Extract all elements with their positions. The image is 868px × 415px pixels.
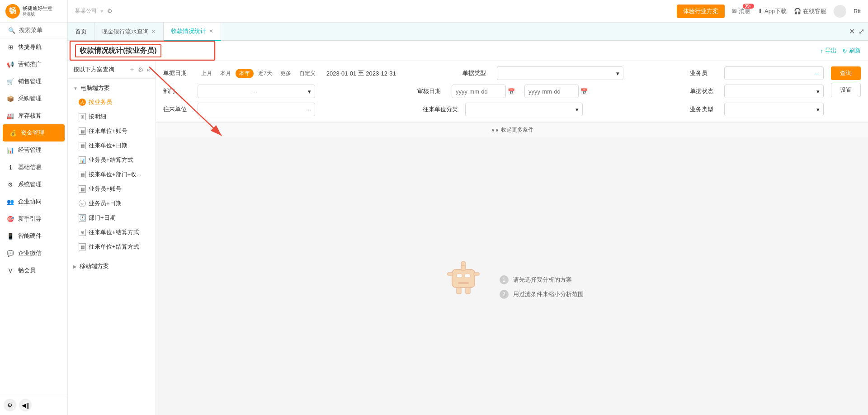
review-date-control: 📅 — 📅: [452, 85, 588, 98]
tree-header-desktop[interactable]: ▼ 电脑端方案: [68, 81, 156, 95]
grid-icon: ⊞: [6, 43, 14, 51]
trial-btn[interactable]: 体验行业方案: [677, 5, 725, 18]
gear-settings-icon[interactable]: ⚙: [107, 8, 113, 14]
partner-more-icon[interactable]: ···: [306, 106, 311, 113]
sidebar-item-system[interactable]: ⚙ 系统管理: [0, 176, 67, 193]
sidebar-item-operation[interactable]: 📊 经营管理: [0, 141, 67, 159]
doc-status-select[interactable]: ▾: [724, 85, 824, 98]
doc-type-select[interactable]: ▾: [497, 66, 623, 80]
tree-item-partner-dept[interactable]: ▦ 按来单位+部门+收...: [68, 167, 156, 182]
message-icon: ✉: [732, 8, 737, 14]
tab-receipt-stats-close[interactable]: ✕: [209, 28, 213, 34]
sidebar-item-enterprise[interactable]: 👥 企业协同: [0, 193, 67, 210]
sidebar-item-search-menu[interactable]: 🔍 搜索菜单: [0, 23, 67, 38]
collapse-sidebar-icon[interactable]: ◀‖: [19, 399, 32, 411]
sidebar-item-finance[interactable]: 💰 资金管理: [3, 124, 65, 141]
tree-item-partner-settle1[interactable]: ⊞ 往来单位+结算方式: [68, 225, 156, 240]
maximize-icon[interactable]: ⤢: [859, 27, 864, 36]
date-tab-more[interactable]: 更多: [277, 69, 295, 78]
salesman-settle-icon: 📊: [79, 156, 86, 164]
main-area: 某某公司 ▾ ⚙ 体验行业方案 ✉ 消息 99+ ⬇ App下载 🎧 在线客服 …: [68, 0, 868, 415]
sidebar-item-marketing[interactable]: 📢 营销推广: [0, 56, 67, 73]
tab-home[interactable]: 首页: [68, 23, 94, 41]
manage-scheme-icon[interactable]: ⚙: [138, 66, 144, 73]
date-tab-this-year[interactable]: 本年: [236, 69, 254, 78]
app-download-btn[interactable]: ⬇ App下载: [758, 7, 787, 15]
tab-bank-flow[interactable]: 现金银行流水查询 ✕: [94, 23, 164, 41]
partner-account-icon: ▦: [79, 127, 86, 135]
megaphone-icon: 📢: [6, 60, 14, 68]
dept-more-icon[interactable]: ···: [252, 88, 257, 95]
sidebar-item-basic-info[interactable]: ℹ 基础信息: [0, 159, 67, 176]
tree-item-salesman-account[interactable]: ▦ 业务员+账号: [68, 182, 156, 196]
settings-btn[interactable]: 设置: [831, 83, 861, 97]
device-icon: 📱: [6, 232, 14, 240]
review-date-calendar-start[interactable]: 📅: [508, 88, 515, 95]
sidebar-item-guide[interactable]: 🎯 新手引导: [0, 210, 67, 227]
page-header: 收款情况统计(按业务员) ↑ 导出 ↻ 刷新: [68, 41, 868, 61]
tree-item-salesman-date[interactable]: ○ 业务员+日期: [68, 196, 156, 211]
tree-item-by-detail[interactable]: ⊞ 按明细: [68, 109, 156, 124]
date-tab-last-month[interactable]: 上月: [198, 69, 216, 78]
user-avatar[interactable]: [834, 5, 846, 18]
sidebar-item-sales[interactable]: 🛒 销售管理: [0, 73, 67, 90]
tree-item-partner-account[interactable]: ▦ 往来单位+账号: [68, 124, 156, 138]
collapse-panel-icon[interactable]: «: [146, 66, 150, 73]
tree-item-by-salesman[interactable]: 人 按业务员: [68, 95, 156, 109]
doc-status-label: 单据状态: [690, 87, 717, 95]
tree-header-mobile[interactable]: ▶ 移动端方案: [68, 259, 156, 273]
partner-category-select[interactable]: ▾: [465, 103, 583, 116]
date-tabs: 上月 本月 本年 近7天 更多 自定义: [198, 69, 319, 78]
tree-item-label-detail: 按明细: [89, 113, 106, 121]
sidebar-item-smart-hw[interactable]: 📱 智能硬件: [0, 227, 67, 245]
tree-item-label-partner-settle1: 往来单位+结算方式: [89, 228, 139, 236]
settings-bottom-icon[interactable]: ⚙: [4, 399, 16, 411]
online-service-label: 在线客服: [803, 7, 826, 15]
notification-btn[interactable]: ✉ 消息 99+: [732, 7, 750, 15]
review-date-dash: —: [517, 88, 523, 95]
logo-icon: 畅: [5, 4, 20, 19]
refresh-label: 刷新: [849, 47, 861, 55]
refresh-btn[interactable]: ↻ 刷新: [842, 47, 861, 55]
sidebar: 畅 畅捷通好生意 标准版 🔍 搜索菜单 ⊞ 快捷导航 📢 营销推广 🛒 销售管理…: [0, 0, 68, 415]
close-tab-icon[interactable]: ✕: [849, 27, 855, 36]
content-area: 按以下方案查询 ＋ ⚙ « ▼ 电脑端方案 人 按业务员 ⊞ 按: [68, 61, 868, 415]
logo-badge: 标准版: [23, 11, 52, 17]
filter-row-1: 单据日期 上月 本月 本年 近7天 更多 自定义 2023-01-01: [163, 66, 824, 80]
sidebar-item-member[interactable]: V 畅会员: [0, 262, 67, 279]
tab-bank-flow-close[interactable]: ✕: [151, 28, 156, 35]
left-panel-header: 按以下方案查询 ＋ ⚙ «: [68, 61, 156, 79]
dept-select[interactable]: ··· ▾: [198, 85, 315, 98]
sidebar-item-quick-nav[interactable]: ⊞ 快捷导航: [0, 38, 67, 56]
salesman-select[interactable]: ···: [724, 66, 824, 80]
review-date-calendar-end[interactable]: 📅: [580, 88, 588, 95]
svg-rect-3: [458, 282, 469, 284]
empty-tip-2: 2 用过滤条件来缩小分析范围: [500, 290, 584, 299]
partner-select[interactable]: ···: [198, 103, 315, 116]
left-panel: 按以下方案查询 ＋ ⚙ « ▼ 电脑端方案 人 按业务员 ⊞ 按: [68, 61, 156, 415]
export-btn[interactable]: ↑ 导出: [821, 47, 837, 55]
collapse-bar[interactable]: ∧∧ 收起更多条件: [156, 122, 868, 137]
business-type-select[interactable]: ▾: [724, 103, 824, 116]
date-tab-this-month[interactable]: 本月: [217, 69, 235, 78]
sidebar-item-purchase[interactable]: 📦 采购管理: [0, 90, 67, 107]
salesman-more-icon[interactable]: ···: [815, 70, 820, 77]
review-date-end[interactable]: [524, 85, 579, 98]
tree-item-dept-date[interactable]: 🕐 部门+日期: [68, 211, 156, 225]
tree-item-label-partner-settle2: 往来单位+结算方式: [89, 243, 139, 251]
tab-receipt-stats[interactable]: 收款情况统计 ✕: [164, 23, 221, 41]
date-tab-last-7[interactable]: 近7天: [255, 69, 276, 78]
page-header-actions: ↑ 导出 ↻ 刷新: [821, 47, 861, 55]
sidebar-item-wechat[interactable]: 💬 企业微信: [0, 245, 67, 262]
query-btn[interactable]: 查询: [831, 66, 861, 80]
tree-item-salesman-settle[interactable]: 📊 业务员+结算方式: [68, 153, 156, 167]
tip-text-2: 用过滤条件来缩小分析范围: [513, 290, 584, 298]
doc-type-chevron: ▾: [616, 70, 619, 77]
add-scheme-icon[interactable]: ＋: [129, 66, 135, 74]
review-date-start[interactable]: [452, 85, 506, 98]
tree-item-partner-date[interactable]: ▦ 往来单位+日期: [68, 138, 156, 153]
online-service-btn[interactable]: 🎧 在线客服: [794, 7, 826, 15]
sidebar-item-inventory[interactable]: 🏭 库存核算: [0, 107, 67, 124]
date-tab-custom[interactable]: 自定义: [296, 69, 319, 78]
tree-item-partner-settle2[interactable]: ▦ 往来单位+结算方式: [68, 240, 156, 254]
